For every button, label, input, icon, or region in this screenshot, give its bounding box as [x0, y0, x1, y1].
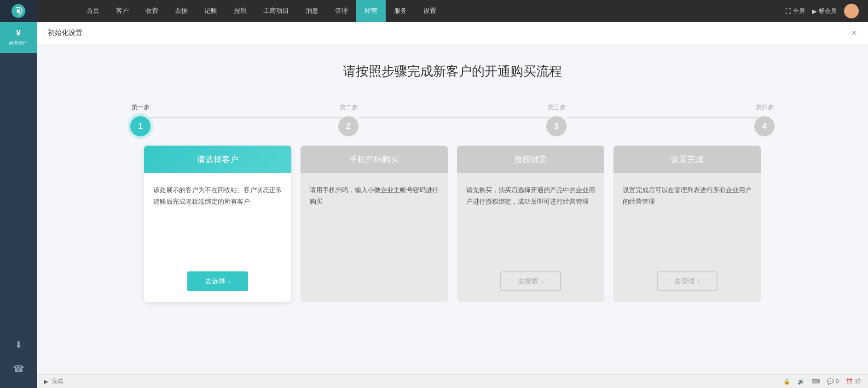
page-header: 初始化设置 ×	[37, 22, 868, 44]
nav-right: ⛶ 全屏 ▶ 畅会员	[785, 4, 868, 18]
go-select-button[interactable]: 去选择 ›	[187, 271, 248, 291]
card-body-3: 请先购买，购买后选择开通的产品中的企业用户进行授权绑定，成功后即可进行经营管理	[457, 173, 604, 264]
step-circle-4: 4	[754, 116, 775, 136]
nav-bookkeeping[interactable]: 记账	[196, 0, 226, 22]
step-indicator-2: 第二步 2	[338, 103, 359, 136]
sidebar-item-service[interactable]: ☎	[0, 359, 37, 379]
nav-management[interactable]: 管理	[327, 0, 356, 22]
status-label: 完成	[52, 377, 63, 385]
nav-customer[interactable]: 客户	[108, 0, 137, 22]
step-circle-3: 3	[546, 116, 567, 136]
card-body-1: 该处展示的客户为不在回收站、客户状态正常建账后完成老板端绑定的所有客户	[144, 173, 291, 264]
nav-home[interactable]: 首页	[78, 0, 108, 22]
step-card-4: 设置完成 设置完成后可以在管理列表进行所有企业用户的经营管理 去管理 ›	[613, 146, 761, 302]
step-card-2: 手机扫码购买 请用手机扫码，输入小微企业主账号密码进行购买	[301, 146, 448, 302]
go-manage-button[interactable]: 去管理 ›	[657, 271, 718, 291]
status-right: 🔒 🔊 ⌨ 💬 0 ⏰ 10	[783, 378, 861, 385]
security-icon: 🔒	[783, 378, 790, 385]
volume-icon: 🔊	[798, 378, 804, 385]
step-indicator-3: 第三步 3	[546, 103, 567, 136]
step-indicator-4: 第四步 4	[754, 103, 775, 136]
step-label-3: 第三步	[548, 103, 566, 112]
nav-industry[interactable]: 工商项目	[255, 0, 297, 22]
card-footer-3: 去授权 ›	[457, 264, 604, 302]
step-label-2: 第二步	[340, 103, 358, 112]
fullscreen-btn[interactable]: ⛶ 全屏	[785, 7, 805, 15]
sidebar-item-download[interactable]: ⬇	[0, 335, 37, 355]
avatar[interactable]	[844, 4, 859, 18]
svg-point-1	[17, 9, 20, 13]
step-connector-2	[359, 117, 546, 118]
member-btn[interactable]: ▶ 畅会员	[812, 7, 837, 15]
sidebar-bottom: ⬇ ☎	[0, 335, 37, 388]
keyboard-icon: ⌨	[812, 378, 820, 385]
nav-message[interactable]: 消息	[297, 0, 327, 22]
sidebar-logo	[0, 0, 37, 22]
top-nav: 首页 客户 收费 票据 记账 报税 工商项目 消息 管理 经营 服务 设置 ⛶ …	[37, 0, 868, 22]
close-button[interactable]: ×	[851, 28, 857, 38]
status-left: ▶ 完成	[44, 377, 63, 385]
step-card-1: 请选择客户 该处展示的客户为不在回收站、客户状态正常建账后完成老板端绑定的所有客…	[144, 146, 291, 302]
nav-invoice[interactable]: 票据	[167, 0, 196, 22]
card-body-2: 请用手机扫码，输入小微企业主账号密码进行购买	[301, 173, 448, 284]
page-title: 初始化设置	[48, 29, 82, 37]
sidebar: ¥ 经营管理 ⬇ ☎	[0, 0, 37, 388]
step-indicator-1: 第一步 1	[130, 103, 150, 136]
card-footer-4: 去管理 ›	[613, 264, 761, 302]
sidebar-item-jingying[interactable]: ¥ 经营管理	[0, 22, 37, 53]
card-footer-2	[301, 284, 448, 302]
step-card-3: 授权绑定 请先购买，购买后选择开通的产品中的企业用户进行授权绑定，成功后即可进行…	[457, 146, 604, 302]
step-label-1: 第一步	[132, 103, 150, 112]
step-connector-3	[567, 117, 754, 118]
card-body-4: 设置完成后可以在管理列表进行所有企业用户的经营管理	[613, 173, 761, 264]
status-bar: ▶ 完成 🔒 🔊 ⌨ 💬 0 ⏰ 10	[37, 374, 868, 388]
nav-fee[interactable]: 收费	[137, 0, 167, 22]
steps-container: 请按照步骤完成新客户的开通购买流程 第一步 1 第二步 2	[130, 63, 775, 302]
step-connector-1	[150, 117, 338, 118]
nav-service[interactable]: 服务	[386, 0, 415, 22]
nav-items: 首页 客户 收费 票据 记账 报税 工商项目 消息 管理 经营 服务 设置	[78, 0, 785, 22]
nav-operation[interactable]: 经营	[356, 0, 386, 22]
message-count: 💬 0	[827, 378, 839, 385]
step-label-4: 第四步	[756, 103, 774, 112]
main-title: 请按照步骤完成新客户的开通购买流程	[130, 63, 775, 80]
nav-settings[interactable]: 设置	[415, 0, 445, 22]
card-header-3: 授权绑定	[457, 146, 604, 173]
step-circle-2: 2	[338, 116, 359, 136]
play-icon: ▶	[44, 378, 48, 385]
cards-row: 请选择客户 该处展示的客户为不在回收站、客户状态正常建账后完成老板端绑定的所有客…	[130, 146, 775, 302]
card-header-4: 设置完成	[613, 146, 761, 173]
nav-tax[interactable]: 报税	[226, 0, 255, 22]
content-area: 请按照步骤完成新客户的开通购买流程 第一步 1 第二步 2	[37, 44, 868, 374]
step-circle-1: 1	[130, 116, 150, 136]
steps-indicator: 第一步 1 第二步 2 第三步 3	[130, 103, 775, 136]
time-display: ⏰ 10	[846, 378, 861, 385]
go-authorize-button[interactable]: 去授权 ›	[500, 271, 561, 291]
card-header-1: 请选择客户	[144, 146, 291, 173]
card-footer-1: 去选择 ›	[144, 264, 291, 302]
card-header-2: 手机扫码购买	[301, 146, 448, 173]
